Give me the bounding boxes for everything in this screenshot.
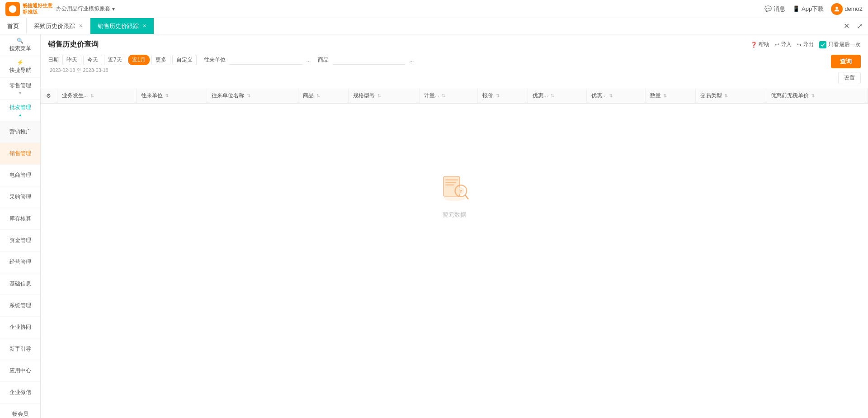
app-download-btn[interactable]: 📱 App下载 — [793, 5, 824, 13]
sidebar-label-sales-mgmt: 销售管理 — [9, 150, 31, 157]
goods-label: 商品 — [318, 56, 329, 64]
help-btn[interactable]: ❓ 帮助 — [750, 41, 769, 48]
wholesale-arrow-icon: ▴ — [19, 112, 21, 117]
query-button[interactable]: 查询 — [831, 55, 861, 68]
sort-arrows-quantity: ⇅ — [663, 93, 667, 98]
th-unit-label: 计量... — [424, 92, 439, 99]
message-btn[interactable]: 💬 消息 — [764, 5, 785, 13]
breadcrumb-text: 办公用品行业模拟账套 — [56, 5, 110, 13]
quick-nav-icon: ⚡ — [17, 59, 24, 66]
sidebar-item-app-center[interactable]: 应用中心 — [0, 360, 40, 382]
only-last-checkbox[interactable]: 只看最后一次 — [819, 41, 861, 48]
breadcrumb-chevron: ▾ — [112, 6, 115, 12]
tab-purchase-history[interactable]: 采购历史价跟踪 ✕ — [27, 18, 90, 34]
sort-arrows-partner-name: ⇅ — [247, 93, 250, 98]
goods-input[interactable] — [332, 55, 406, 65]
sidebar-item-inventory[interactable]: 库存核算 — [0, 208, 40, 230]
tab-sales-close[interactable]: ✕ — [142, 23, 146, 29]
topbar: 畅捷通好生意 标准版 办公用品行业模拟账套 ▾ 💬 消息 📱 App下载 dem… — [0, 0, 868, 18]
tab-sales-history[interactable]: 销售历史价跟踪 ✕ — [90, 18, 154, 34]
goods-dots: ... — [409, 57, 414, 63]
data-table: ⚙ 业务发生... ⇅ 往来单位 ⇅ 往来单位名称 ⇅ — [41, 88, 868, 104]
svg-point-0 — [9, 5, 17, 13]
user-menu[interactable]: demo2 — [831, 3, 863, 15]
page-title-row: 销售历史价查询 ❓ 帮助 ↩ 导入 ↪ 导出 — [48, 40, 861, 49]
th-partner-name[interactable]: 往来单位名称 ⇅ — [207, 88, 298, 104]
avatar — [831, 3, 843, 15]
sidebar-item-retail-mgmt[interactable]: 零售管理 ▾ — [0, 78, 40, 100]
empty-state: ? 暂元数据 — [41, 104, 868, 285]
tabbar: 首页 采购历史价跟踪 ✕ 销售历史价跟踪 ✕ ✕ ⤢ — [0, 18, 868, 34]
th-discount1[interactable]: 优惠... ⇅ — [528, 88, 587, 104]
sidebar-item-system-mgmt[interactable]: 系统管理 — [0, 295, 40, 317]
svg-rect-6 — [445, 185, 454, 185]
sidebar-item-basic-info[interactable]: 基础信息 — [0, 273, 40, 295]
sidebar-item-finance[interactable]: 资金管理 — [0, 230, 40, 252]
th-unit[interactable]: 计量... ⇅ — [419, 88, 478, 104]
breadcrumb: 办公用品行业模拟账套 ▾ — [56, 5, 115, 13]
th-settings[interactable]: ⚙ — [41, 88, 57, 104]
gear-icon: ⚙ — [46, 93, 51, 99]
th-partner-code[interactable]: 往来单位 ⇅ — [136, 88, 207, 104]
close-tab-btn[interactable]: ✕ — [842, 20, 851, 32]
checkbox-icon — [819, 41, 826, 48]
th-quote[interactable]: 报价 ⇅ — [478, 88, 528, 104]
date-btn-more[interactable]: 更多 — [151, 55, 170, 65]
main-layout: 🔍 搜索菜单 ⚡ 快捷导航 零售管理 ▾ 批发管理 ▴ 营销推广 销售管理 电商… — [0, 34, 868, 418]
retail-arrow-icon: ▾ — [19, 90, 21, 95]
th-trade-type-label: 交易类型 — [700, 92, 722, 99]
sort-arrows-discount1: ⇅ — [551, 93, 554, 98]
date-btn-1month[interactable]: 近1月 — [128, 55, 150, 65]
sidebar-item-wechat[interactable]: 企业微信 — [0, 382, 40, 404]
sidebar-item-quick-nav[interactable]: ⚡ 快捷导航 — [0, 56, 40, 78]
sort-arrows-unit: ⇅ — [442, 93, 445, 98]
sidebar-label-enterprise: 企业协同 — [9, 323, 31, 331]
sidebar-label-app-center: 应用中心 — [9, 367, 31, 375]
date-btn-yesterday[interactable]: 昨天 — [62, 55, 81, 65]
sidebar-item-enterprise[interactable]: 企业协同 — [0, 317, 40, 338]
only-last-label: 只看最后一次 — [828, 41, 861, 48]
th-quantity[interactable]: 数量 ⇅ — [645, 88, 695, 104]
export-btn[interactable]: ↪ 导出 — [797, 41, 814, 48]
th-goods[interactable]: 商品 ⇅ — [298, 88, 349, 104]
sort-arrows-discount2: ⇅ — [609, 93, 613, 98]
sidebar-item-purchase-mgmt[interactable]: 采购管理 — [0, 186, 40, 208]
th-trade-type[interactable]: 交易类型 ⇅ — [695, 88, 766, 104]
th-spec[interactable]: 规格型号 ⇅ — [349, 88, 419, 104]
svg-line-9 — [465, 195, 468, 199]
sidebar-item-search-menu[interactable]: 🔍 搜索菜单 — [0, 34, 40, 56]
th-discount2[interactable]: 优惠... ⇅ — [587, 88, 646, 104]
date-btn-custom[interactable]: 自定义 — [172, 55, 197, 65]
tab-home[interactable]: 首页 — [0, 18, 27, 34]
sidebar-item-sales-mgmt[interactable]: 销售管理 — [0, 143, 40, 165]
th-spec-label: 规格型号 — [353, 92, 375, 99]
message-icon: 💬 — [764, 5, 772, 12]
th-quantity-label: 数量 — [650, 92, 661, 99]
th-pretax-price[interactable]: 优惠前无税单价 ⇅ — [766, 88, 868, 104]
sidebar-label-system-mgmt: 系统管理 — [9, 302, 31, 309]
tab-purchase-close[interactable]: ✕ — [79, 23, 83, 29]
date-btn-7days[interactable]: 近7天 — [104, 55, 126, 65]
sidebar-item-members[interactable]: 畅会员 — [0, 404, 40, 418]
partner-input[interactable] — [229, 55, 302, 65]
th-partner-code-label: 往来单位 — [141, 92, 163, 99]
export-icon: ↪ — [797, 42, 802, 48]
sidebar-item-wholesale-mgmt[interactable]: 批发管理 ▴ — [0, 100, 40, 121]
sidebar-item-operations[interactable]: 经营管理 — [0, 252, 40, 273]
sidebar-item-ecommerce[interactable]: 电商管理 — [0, 165, 40, 186]
search-menu-icon: 🔍 — [17, 38, 24, 44]
sidebar-item-marketing[interactable]: 营销推广 — [0, 121, 40, 143]
sidebar-label-wholesale-mgmt: 批发管理 — [9, 104, 31, 111]
sidebar-item-guide[interactable]: 新手引导 — [0, 338, 40, 360]
th-biz-date[interactable]: 业务发生... ⇅ — [57, 88, 136, 104]
settings-button[interactable]: 设置 — [838, 72, 861, 84]
sidebar-label-marketing: 营销推广 — [9, 128, 31, 136]
sidebar-label-basic-info: 基础信息 — [9, 280, 31, 288]
filter-left: 日期 昨天 今天 近7天 近1月 更多 自定义 往来单位 — [48, 55, 831, 74]
date-btn-today[interactable]: 今天 — [83, 55, 102, 65]
sidebar-label-wechat: 企业微信 — [9, 389, 31, 396]
maximize-btn[interactable]: ⤢ — [855, 20, 864, 32]
logo-text: 畅捷通好生意 标准版 — [23, 3, 52, 14]
svg-rect-5 — [445, 182, 456, 183]
import-btn[interactable]: ↩ 导入 — [775, 41, 792, 48]
